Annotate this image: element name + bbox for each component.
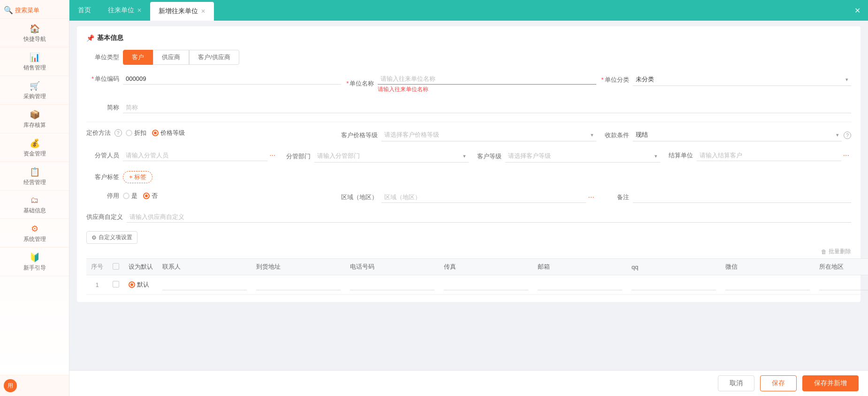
disabled-no-label: 否 [152,192,158,200]
type-btn-customer[interactable]: 客户 [123,50,153,65]
short-name-input[interactable] [123,102,851,113]
sales-icon: 📊 [30,52,40,62]
row-email-input[interactable] [538,279,622,290]
disabled-radio-yes[interactable]: 是 [123,192,137,200]
customer-price-level-select[interactable]: 请选择客户价格等级 ▾ [381,129,596,141]
type-btn-both[interactable]: 客户/供应商 [189,50,239,65]
unit-category-select[interactable]: 未分类 ▾ [633,73,851,86]
help-icon[interactable]: ? [114,129,122,137]
region-ellipsis-btn[interactable]: ··· [586,193,596,202]
sidebar-item-quick-nav[interactable]: 🏠 快捷导航 [0,19,69,47]
payment-terms-help-icon[interactable]: ? [844,132,851,139]
sidebar-item-label: 新手引导 [23,264,46,272]
tab-new-partner-close[interactable]: ✕ [201,8,206,15]
unit-type-btn-group: 客户 供应商 客户/供应商 [123,50,239,65]
disabled-radio-no[interactable]: 否 [143,192,158,200]
custom-settings-btn[interactable]: ⚙ 自定义项设置 [86,231,137,244]
customer-level-select[interactable]: 请选择客户等级 ▾ [505,150,660,163]
sidebar-item-finance[interactable]: 💰 资金管理 [0,133,69,162]
global-close-btn[interactable]: ✕ [847,6,868,15]
save-button[interactable]: 保存 [760,375,797,391]
row-qq-input[interactable] [632,279,716,290]
table-header: 序号 设为默认 联系人 到货地址 电话号码 传真 邮箱 qq 微信 所在地区 [86,259,868,275]
sidebar-item-system[interactable]: ⚙ 系统管理 [0,219,69,248]
manager-row: 分管人员 ··· 分管部门 请输入分管部门 ▾ 客户等级 请选择客户等级 ▾ [86,150,851,163]
type-btn-supplier[interactable]: 供应商 [153,50,189,65]
row-wechat-input[interactable] [725,279,810,290]
tag-field: 客户标签 + 标签 [86,171,851,183]
sidebar-item-purchase[interactable]: 🛒 采购管理 [0,76,69,105]
sidebar-item-basic[interactable]: 🗂 基础信息 [0,191,69,219]
th-wechat: 微信 [721,259,815,275]
section-title: 📌 基本信息 [86,34,851,42]
cancel-button[interactable]: 取消 [718,375,754,391]
tag-row: 客户标签 + 标签 [86,171,851,183]
unit-name-error-msg: 请输入往来单位名称 [378,85,596,93]
th-contact: 联系人 [158,259,251,275]
th-qq: qq [627,259,721,275]
sidebar: 🔍 搜索菜单 🏠 快捷导航 📊 销售管理 🛒 采购管理 📦 库存核算 💰 资金管… [0,0,69,396]
row-region-input[interactable] [819,279,868,290]
tab-new-partner[interactable]: 新增往来单位 ✕ [150,2,214,21]
radio-level-circle [152,130,159,136]
chevron-down-icon-3: ▾ [836,132,839,138]
sidebar-search-btn[interactable]: 🔍 搜索菜单 [0,0,69,19]
select-all-checkbox[interactable] [113,263,119,270]
settlement-ellipsis-btn[interactable]: ··· [841,151,851,160]
row-default-radio[interactable]: 默认 [129,280,153,289]
payment-terms-field: 收款条件 现结 ▾ ? [596,129,851,141]
pricing-radio-discount[interactable]: 折扣 [126,129,146,137]
unit-category-field: *单位分类 未分类 ▾ [596,73,851,86]
row-fax-input[interactable] [444,279,528,290]
chevron-down-icon: ▾ [845,77,848,83]
disabled-row: 停用 是 否 区域（地区） ··· [86,192,851,203]
sidebar-item-sales[interactable]: 📊 销售管理 [0,47,69,76]
batch-delete-icon: 🗑 [821,248,827,255]
th-address: 到货地址 [251,259,345,275]
home-icon: 🏠 [30,23,40,34]
short-name-field: 简称 [86,102,851,113]
row-address-cell [251,275,345,295]
add-tag-btn[interactable]: + 标签 [123,171,152,183]
table-row: 1 默认 [86,275,868,295]
row-phone-input[interactable] [350,279,434,290]
short-name-row: 简称 [86,102,851,113]
settlement-unit-input[interactable] [697,150,841,161]
tab-partners-close[interactable]: ✕ [137,7,142,14]
row-contact-input[interactable] [162,279,247,290]
tab-partners[interactable]: 往来单位 ✕ [99,0,150,21]
row-checkbox[interactable] [113,281,119,287]
department-select[interactable]: 请输入分管部门 ▾ [314,150,469,163]
supplier-custom-row: 供应商自定义 [86,211,851,223]
pricing-row: 定价方法 ? 折扣 价格等级 客户 [86,129,851,141]
region-input[interactable] [381,192,586,203]
batch-delete-area[interactable]: 🗑 批量删除 [86,248,851,256]
unit-code-input[interactable] [123,73,341,85]
unit-code-required-star: * [91,75,94,82]
disabled-yes-label: 是 [131,192,137,200]
unit-type-field: 单位类型 客户 供应商 客户/供应商 [86,50,851,65]
payment-terms-value: 现结 [636,131,834,139]
sidebar-item-inventory[interactable]: 📦 库存核算 [0,105,69,133]
manager-ellipsis-btn[interactable]: ··· [267,151,277,160]
customer-level-field: 客户等级 请选择客户等级 ▾ [469,150,660,163]
sidebar-item-label: 基础信息 [23,207,46,215]
remark-input[interactable] [633,192,851,203]
pricing-level-label: 价格等级 [160,129,185,137]
sidebar-item-operations[interactable]: 📋 经营管理 [0,162,69,191]
supplier-custom-field: 供应商自定义 [86,211,851,223]
row-address-input[interactable] [256,279,341,290]
payment-terms-select[interactable]: 现结 ▾ [633,129,842,141]
th-region: 所在地区 [815,259,868,275]
pricing-radio-level[interactable]: 价格等级 [152,129,185,137]
sidebar-item-guide[interactable]: 🔰 新手引导 [0,248,69,276]
settlement-unit-field: 结算单位 ··· [660,150,852,161]
unit-name-input[interactable] [378,73,596,85]
basic-icon: 🗂 [30,195,39,205]
manager-input[interactable] [123,150,267,161]
row-contact-cell [158,275,251,295]
supplier-custom-input[interactable] [127,211,851,223]
tab-home[interactable]: 首页 [69,0,99,21]
save-and-add-button[interactable]: 保存并新增 [802,375,859,391]
sidebar-item-label: 销售管理 [23,64,46,72]
